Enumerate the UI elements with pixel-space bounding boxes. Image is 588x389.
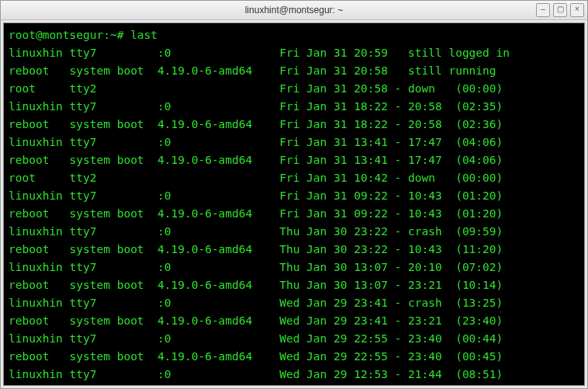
terminal-window: linuxhint@montsegur: ~ – ▢ × root@montse… — [0, 0, 588, 389]
titlebar[interactable]: linuxhint@montsegur: ~ – ▢ × — [1, 1, 587, 20]
maximize-button[interactable]: ▢ — [553, 3, 567, 17]
minimize-button[interactable]: – — [536, 3, 550, 17]
close-button[interactable]: × — [570, 3, 584, 17]
window-buttons: – ▢ × — [536, 3, 584, 17]
window-title: linuxhint@montsegur: ~ — [245, 5, 344, 16]
terminal-output[interactable]: root@montsegur:~# last linuxhin tty7 :0 … — [3, 23, 585, 386]
